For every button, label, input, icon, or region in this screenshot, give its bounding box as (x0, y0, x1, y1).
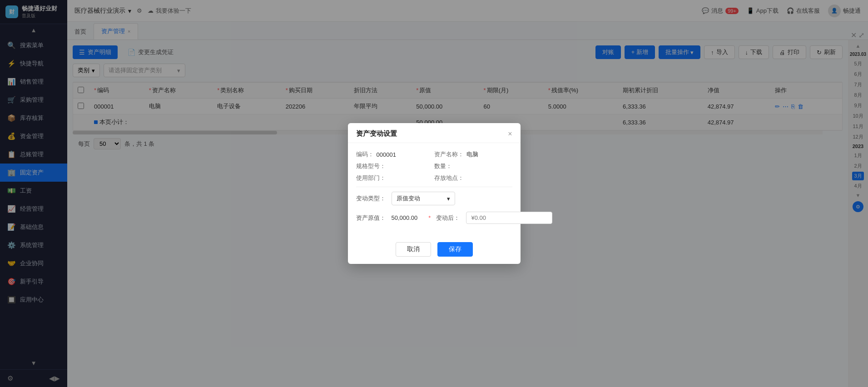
after-change-input[interactable] (466, 212, 552, 224)
dialog-location-label: 存放地点： (434, 174, 464, 182)
dialog-dept-cell: 使用部门： (356, 174, 434, 182)
modal-overlay[interactable]: 资产变动设置 × 编码： 000001 资产名称： 电脑 规格型号： (0, 0, 868, 387)
change-type-value: 原值变动 (397, 194, 420, 203)
dialog-value-row: 资产原值： 50,000.00 * 变动后： (356, 212, 512, 224)
dialog-footer: 取消 保存 (348, 238, 521, 264)
dialog-info-row-3: 使用部门： 存放地点： (356, 174, 512, 182)
dialog-spec-cell: 规格型号： (356, 162, 434, 170)
dialog-code-value: 000001 (377, 151, 396, 158)
save-button[interactable]: 保存 (437, 242, 473, 257)
dialog-info-row-1: 编码： 000001 资产名称： 电脑 (356, 150, 512, 159)
dialog-code-cell: 编码： 000001 (356, 150, 434, 159)
dialog-divider-1 (356, 187, 512, 187)
dialog-change-type-row: 变动类型： 原值变动 ▾ (356, 192, 512, 205)
dialog-close-button[interactable]: × (508, 130, 512, 138)
dialog-original-value: 50,000.00 (392, 214, 418, 221)
dialog-info-row-2: 规格型号： 数量： (356, 162, 512, 170)
dialog-asset-name-value: 电脑 (466, 150, 478, 159)
dialog-after-req: * (428, 214, 431, 221)
dialog-header: 资产变动设置 × (348, 123, 521, 143)
asset-change-dialog: 资产变动设置 × 编码： 000001 资产名称： 电脑 规格型号： (348, 123, 521, 264)
dialog-original-value-label: 资产原值： (356, 214, 388, 222)
dialog-change-type-label: 变动类型： (356, 194, 388, 203)
dialog-body: 编码： 000001 资产名称： 电脑 规格型号： 数量： (348, 143, 521, 238)
dialog-asset-name-cell: 资产名称： 电脑 (434, 150, 512, 159)
dialog-title: 资产变动设置 (356, 129, 397, 138)
dialog-code-label: 编码： (356, 150, 374, 159)
dialog-after-change-label: 变动后： (436, 214, 460, 222)
dialog-dept-label: 使用部门： (356, 174, 386, 182)
dialog-location-cell: 存放地点： (434, 174, 512, 182)
dialog-quantity-label: 数量： (434, 162, 452, 170)
change-type-select[interactable]: 原值变动 ▾ (392, 192, 455, 205)
change-type-dropdown-icon: ▾ (447, 195, 450, 202)
dialog-quantity-cell: 数量： (434, 162, 512, 170)
dialog-spec-label: 规格型号： (356, 162, 386, 170)
cancel-button[interactable]: 取消 (396, 242, 431, 257)
dialog-asset-name-label: 资产名称： (434, 150, 464, 159)
